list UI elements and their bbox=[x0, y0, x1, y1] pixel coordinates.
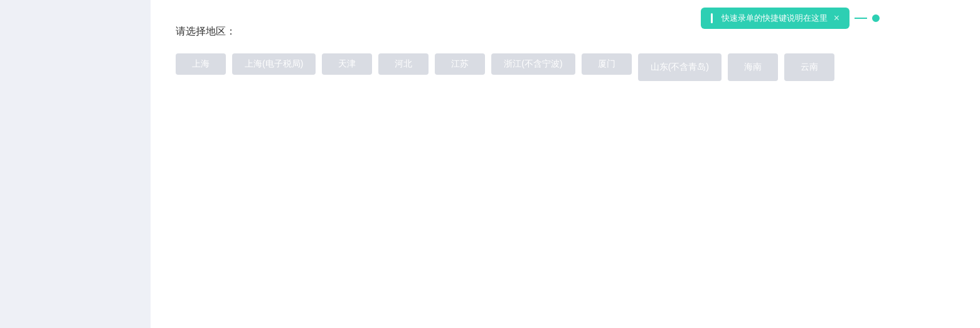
tooltip-bubble: 快速录单的快捷键说明在这里 × bbox=[701, 8, 850, 29]
region-btn-hebei[interactable]: 河北 bbox=[378, 53, 429, 75]
region-btn-shanghai-etax[interactable]: 上海(电子税局) bbox=[232, 53, 316, 75]
region-btn-zhejiang[interactable]: 浙江(不含宁波) bbox=[491, 53, 575, 75]
tooltip-close-button[interactable]: × bbox=[834, 13, 839, 24]
region-buttons: 上海上海(电子税局)天津河北江苏浙江(不含宁波)厦门 山东(不含青岛)海南云南 bbox=[176, 53, 955, 81]
region-btn-xiamen[interactable]: 厦门 bbox=[582, 53, 632, 75]
region-btn-hainan[interactable]: 海南 bbox=[728, 53, 778, 81]
region-row-1: 上海上海(电子税局)天津河北江苏浙江(不含宁波)厦门 bbox=[176, 53, 632, 75]
region-btn-yunnan[interactable]: 云南 bbox=[784, 53, 834, 81]
region-row-2: 山东(不含青岛)海南云南 bbox=[638, 53, 834, 81]
main-content: 请选择地区： 上海上海(电子税局)天津河北江苏浙江(不含宁波)厦门 山东(不含青… bbox=[151, 0, 980, 328]
tooltip-text: 快速录单的快捷键说明在这里 bbox=[722, 13, 828, 24]
tooltip-connector-dot bbox=[872, 14, 880, 22]
tooltip-container: 快速录单的快捷键说明在这里 × bbox=[701, 8, 880, 29]
region-btn-jiangsu[interactable]: 江苏 bbox=[435, 53, 485, 75]
region-btn-shandong[interactable]: 山东(不含青岛) bbox=[638, 53, 722, 81]
sidebar bbox=[0, 0, 151, 328]
region-btn-shanghai[interactable]: 上海 bbox=[176, 53, 226, 75]
region-btn-tianjin[interactable]: 天津 bbox=[322, 53, 372, 75]
tooltip-connector-line bbox=[855, 18, 867, 19]
